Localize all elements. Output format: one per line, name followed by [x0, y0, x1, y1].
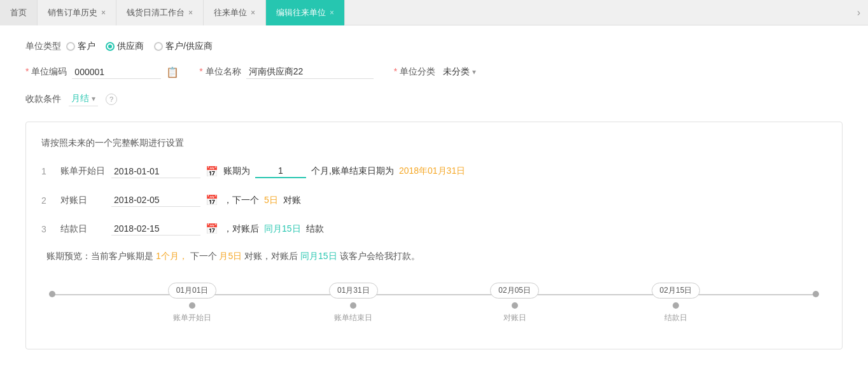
tab-close-cash-work[interactable]: × — [188, 8, 193, 17]
row-num-1: 1 — [41, 166, 60, 176]
config-row-2: 2 对账日 📅 ，下一个 5日 对账 — [41, 194, 827, 207]
settings-card: 请按照未来的一个完整帐期进行设置 1 账单开始日 📅 账期为 个月,账单结束日期… — [25, 122, 843, 349]
tab-sales-history[interactable]: 销售订单历史 × — [38, 0, 116, 25]
timeline-label-1: 账单开始日 — [173, 313, 211, 323]
payment-condition-row: 收款条件 月结 ▾ ? — [25, 92, 843, 106]
settlement-suffix-post: 结款 — [306, 223, 324, 235]
preview-sep: 下一个 — [190, 251, 217, 261]
timeline-item-2: 01月31日 账单结束日 — [329, 283, 378, 323]
timeline-badge-2: 01月31日 — [329, 283, 378, 299]
main-content: 单位类型 客户 供应商 客户/供应商 单位编码 📋 — [0, 25, 868, 387]
unit-type-label: 单位类型 — [25, 41, 61, 52]
settlement-date-input[interactable] — [111, 222, 200, 236]
start-date-calendar-icon[interactable]: 📅 — [206, 165, 218, 178]
unit-category-label: 单位分类 — [394, 66, 435, 78]
tab-close-edit-partner[interactable]: × — [330, 8, 334, 17]
timeline-item-4: 02月15日 结款日 — [652, 283, 701, 323]
radio-supplier[interactable]: 供应商 — [106, 41, 144, 52]
tab-close-sales-history[interactable]: × — [101, 8, 106, 17]
unit-type-field: 单位类型 客户 供应商 客户/供应商 — [25, 41, 213, 52]
radio-both[interactable]: 客户/供应商 — [154, 41, 213, 52]
radio-both-label: 客户/供应商 — [165, 41, 213, 52]
payment-condition-chevron: ▾ — [92, 94, 95, 103]
timeline-label-3: 对账日 — [503, 313, 526, 323]
radio-customer[interactable]: 客户 — [66, 41, 95, 52]
timeline-item-1: 01月01日 账单开始日 — [168, 283, 217, 323]
tab-cash-work[interactable]: 钱货日清工作台 × — [116, 0, 204, 25]
row-value-1: 📅 账期为 个月,账单结束日期为 2018年01月31日 — [111, 164, 465, 178]
tab-partner[interactable]: 往来单位 × — [204, 0, 266, 25]
reconcile-day-highlight: 5日 — [264, 195, 278, 206]
timeline-badge-4: 02月15日 — [652, 283, 701, 299]
radio-customer-label: 客户 — [78, 41, 95, 52]
row-label-1: 账单开始日 — [60, 165, 111, 177]
timeline-wrapper: 01月01日 账单开始日 01月31日 账单结束日 — [41, 278, 827, 339]
preview-text: 账期预览：当前客户账期是 1个月， 下一个 月5日 对账，对账后 同月15日 该… — [41, 251, 827, 262]
row-num-3: 3 — [41, 224, 60, 234]
timeline-dot-1 — [189, 302, 195, 309]
help-icon[interactable]: ? — [106, 94, 117, 105]
timeline-right-dot — [813, 291, 819, 297]
row-value-3: 📅 ，对账后 同月15日 结款 — [111, 222, 324, 236]
payment-condition-value: 月结 — [71, 93, 89, 104]
timeline-badge-1: 01月01日 — [168, 283, 217, 299]
radio-both-circle — [154, 42, 163, 51]
unit-name-field: 单位名称 — [199, 66, 373, 79]
unit-code-icon[interactable]: 📋 — [166, 66, 179, 78]
radio-supplier-label: 供应商 — [117, 41, 144, 52]
tab-home[interactable]: 首页 — [0, 0, 38, 25]
settlement-day-highlight: 同月15日 — [264, 223, 301, 235]
tab-close-partner[interactable]: × — [251, 8, 255, 17]
unit-info-row: 单位编码 📋 单位名称 单位分类 未分类 ▾ — [25, 65, 843, 79]
payment-condition-label: 收款条件 — [25, 94, 61, 105]
preview-mid: 对账，对账后 — [244, 251, 298, 261]
timeline-end-dot-wrapper — [813, 283, 819, 323]
preview-prefix: 账期预览：当前客户账期是 — [46, 251, 153, 261]
unit-type-row: 单位类型 客户 供应商 客户/供应商 — [25, 41, 843, 52]
settlement-date-calendar-icon[interactable]: 📅 — [206, 223, 218, 235]
preview-part3: 同月15日 — [300, 251, 337, 261]
timeline-dot-4 — [673, 302, 679, 309]
settlement-suffix-pre: ，对账后 — [223, 223, 259, 235]
radio-customer-circle — [66, 42, 75, 51]
unit-code-label: 单位编码 — [25, 66, 67, 78]
unit-name-input[interactable] — [246, 66, 374, 79]
timeline-left-dot — [49, 291, 55, 297]
row-label-3: 结款日 — [60, 223, 111, 235]
start-date-input[interactable] — [111, 165, 200, 178]
reconcile-suffix-pre: ，下一个 — [223, 195, 259, 206]
period-end-date: 2018年01月31日 — [399, 165, 465, 177]
unit-category-value: 未分类 — [443, 66, 470, 78]
unit-name-label: 单位名称 — [199, 66, 241, 78]
preview-part1: 1个月， — [156, 251, 188, 261]
timeline-item-3: 02月05日 对账日 — [490, 283, 539, 323]
timeline-items: 01月01日 账单开始日 01月31日 账单结束日 — [41, 283, 827, 323]
row-value-2: 📅 ，下一个 5日 对账 — [111, 194, 301, 207]
payment-condition-select[interactable]: 月结 ▾ — [69, 92, 98, 106]
preview-suffix: 该客户会给我打款。 — [340, 251, 420, 261]
unit-category-select[interactable]: 未分类 ▾ — [440, 65, 479, 79]
unit-category-chevron: ▾ — [472, 67, 476, 76]
config-row-3: 3 结款日 📅 ，对账后 同月15日 结款 — [41, 222, 827, 236]
unit-category-field: 单位分类 未分类 ▾ — [394, 65, 479, 79]
timeline-label-4: 结款日 — [664, 313, 687, 323]
tab-more-button[interactable]: › — [850, 7, 868, 18]
reconcile-date-calendar-icon[interactable]: 📅 — [206, 194, 218, 206]
reconcile-suffix-post: 对账 — [283, 195, 301, 206]
timeline-label-2: 账单结束日 — [334, 313, 372, 323]
tab-bar: 首页 销售订单历史 × 钱货日清工作台 × 往来单位 × 编辑往来单位 × › — [0, 0, 868, 25]
period-input[interactable] — [255, 164, 306, 178]
preview-part2: 月5日 — [219, 251, 242, 261]
config-row-1: 1 账单开始日 📅 账期为 个月,账单结束日期为 2018年01月31日 — [41, 164, 827, 178]
radio-supplier-circle — [106, 42, 115, 51]
timeline-dot-2 — [350, 302, 356, 309]
tab-edit-partner[interactable]: 编辑往来单位 × — [266, 0, 345, 25]
row-label-2: 对账日 — [60, 195, 111, 206]
unit-code-input[interactable] — [72, 66, 161, 79]
unit-code-field: 单位编码 📋 — [25, 66, 179, 79]
timeline-container: 01月01日 账单开始日 01月31日 账单结束日 — [41, 283, 827, 323]
timeline-start-end-dot — [49, 283, 55, 323]
reconcile-date-input[interactable] — [111, 194, 200, 207]
period-prefix: 账期为 — [223, 165, 250, 177]
timeline-badge-3: 02月05日 — [490, 283, 539, 299]
